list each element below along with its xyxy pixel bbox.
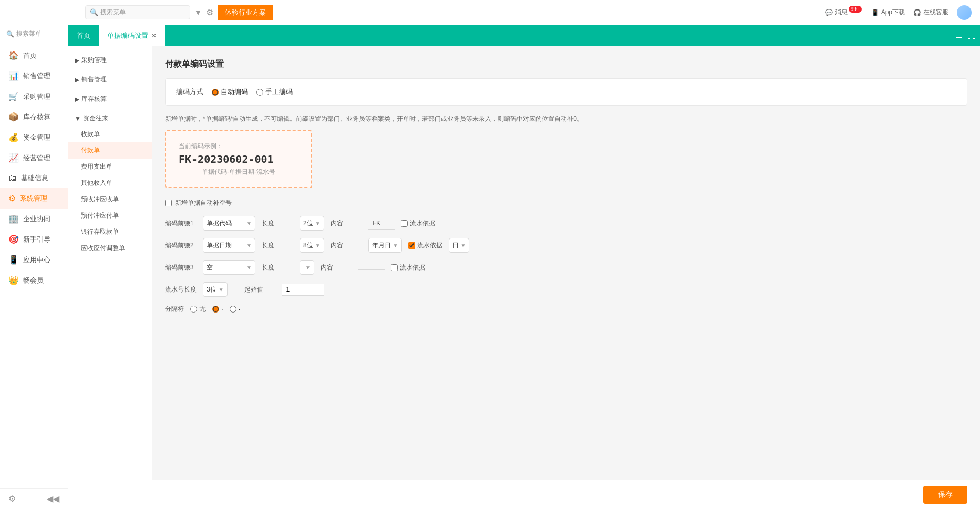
start-value-input[interactable] — [282, 284, 324, 296]
message-icon: 💬 — [825, 9, 833, 16]
separator-dot-radio[interactable]: · — [212, 305, 223, 313]
sidebar-item-label: 销售管理 — [23, 71, 50, 81]
sub-group-sales-title[interactable]: ▶ 销售管理 — [68, 72, 152, 87]
sub-group-inventory-title[interactable]: ▶ 库存核算 — [68, 91, 152, 107]
search-placeholder: 搜索菜单 — [100, 8, 126, 17]
sidebar-item-member[interactable]: 👑 畅会员 — [0, 270, 68, 290]
preview-hint-label: 当前编码示例： — [179, 142, 298, 151]
save-button[interactable]: 保存 — [923, 486, 967, 504]
search-area[interactable]: 🔍 搜索菜单 — [85, 5, 190, 19]
prefix1-length-label: 长度 — [262, 219, 293, 228]
topbar-center: 🔍 搜索菜单 ▼ ⚙ 体验行业方案 — [77, 5, 825, 20]
separator-none-radio[interactable]: 无 — [190, 304, 206, 314]
sidebar-item-inventory[interactable]: 📦 库存核算 — [0, 107, 68, 127]
prefix2-period-select[interactable]: 日 ▼ — [449, 238, 470, 253]
sub-item-expense[interactable]: 费用支出单 — [68, 159, 152, 175]
sub-item-bank-deposit[interactable]: 银行存取款单 — [68, 224, 152, 240]
inventory-icon: 📦 — [8, 112, 19, 122]
prefix3-serial-label: 流水依据 — [400, 263, 425, 272]
prefix3-length-select[interactable]: ▼ — [300, 260, 314, 275]
online-service-label: 在线客服 — [923, 8, 948, 17]
encoding-method-label: 编码方式 — [176, 87, 203, 97]
sidebar-bottom: ⚙ ◀◀ — [0, 488, 68, 509]
prefix2-serial-checkbox[interactable] — [408, 242, 415, 249]
prefix1-length-select[interactable]: 2位 ▼ — [300, 216, 324, 231]
content-area: 付款单编码设置 编码方式 自动编码 手工编码 新增单据时，*单据编码*自动生成，… — [152, 46, 980, 509]
auto-code-radio[interactable]: 自动编码 — [212, 87, 248, 97]
separator-dash-radio[interactable]: · — [230, 305, 241, 313]
online-service-item[interactable]: 🎧 在线客服 — [913, 8, 948, 17]
auto-code-input[interactable] — [212, 89, 219, 96]
prefix3-select[interactable]: 空 ▼ — [203, 260, 255, 275]
prefix2-content-select[interactable]: 年月日 ▼ — [368, 238, 402, 253]
app-download-item[interactable]: 📱 App下载 — [871, 8, 905, 17]
search-label: 搜索菜单 — [16, 29, 42, 38]
sidebar-search[interactable]: 🔍 搜索菜单 — [0, 25, 68, 43]
sidebar-item-enterprise[interactable]: 🏢 企业协同 — [0, 209, 68, 229]
prefix2-length-select[interactable]: 8位 ▼ — [300, 238, 324, 253]
settings-bottom-icon[interactable]: ⚙ — [8, 494, 16, 504]
serial-length-select[interactable]: 3位 ▼ — [203, 282, 228, 297]
prefix3-value: 空 — [207, 263, 213, 272]
chevron-down-icon: ▼ — [246, 221, 252, 226]
user-avatar[interactable] — [957, 5, 972, 20]
sidebar-item-label: 企业协同 — [23, 214, 50, 224]
minimize-icon[interactable]: 🗕 — [955, 31, 963, 40]
sub-sidebar: ▶ 采购管理 ▶ 销售管理 ▶ 库存核算 ▼ 资金往来 收款单 付款单 费用支出… — [68, 46, 152, 509]
sub-item-payment[interactable]: 付款单 — [68, 142, 152, 159]
sidebar-item-home[interactable]: 🏠 首页 — [0, 45, 68, 66]
sidebar-item-sales[interactable]: 📊 销售管理 — [0, 66, 68, 86]
settings-icon[interactable]: ⚙ — [206, 7, 213, 17]
prefix3-serial-checkbox[interactable] — [391, 264, 398, 271]
experience-button[interactable]: 体验行业方案 — [218, 5, 273, 20]
dropdown-icon[interactable]: ▼ — [194, 8, 202, 17]
new-bill-checkbox[interactable] — [165, 200, 172, 206]
sub-item-adjust[interactable]: 应收应付调整单 — [68, 240, 152, 256]
separator-none-input[interactable] — [190, 306, 197, 313]
sub-group-purchase-title[interactable]: ▶ 采购管理 — [68, 53, 152, 68]
separator-dash-input[interactable] — [230, 306, 236, 313]
page-title: 付款单编码设置 — [165, 59, 967, 70]
topbar-right: 💬 消息 99+ 📱 App下载 🎧 在线客服 — [825, 5, 972, 20]
prefix3-length-label: 长度 — [262, 263, 293, 272]
sub-group-sales: ▶ 销售管理 — [68, 70, 152, 89]
sidebar-item-finance[interactable]: 💰 资金管理 — [0, 127, 68, 148]
sidebar-item-label: 库存核算 — [23, 112, 50, 122]
maximize-icon[interactable]: ⛶ — [967, 31, 976, 40]
message-item[interactable]: 💬 消息 99+ — [825, 8, 863, 17]
prefix1-serial-checkbox[interactable] — [401, 220, 408, 227]
prefix1-content-label: 内容 — [331, 219, 362, 228]
prefix2-serial-follow: 流水依据 — [408, 241, 442, 250]
sidebar-item-guide[interactable]: 🎯 新手引导 — [0, 229, 68, 250]
serial-row: 流水号长度 3位 ▼ 起始值 — [165, 282, 967, 297]
chevron-right-icon: ▶ — [75, 76, 79, 84]
prefix2-select[interactable]: 单据日期 ▼ — [203, 238, 255, 253]
sub-item-prepay-pay[interactable]: 预付冲应付单 — [68, 207, 152, 224]
tab-encoding[interactable]: 单据编码设置 ✕ — [99, 25, 165, 46]
prefix1-select[interactable]: 单据代码 ▼ — [203, 216, 255, 231]
sidebar: 🔍 搜索菜单 🏠 首页 📊 销售管理 🛒 采购管理 📦 库存核算 💰 资金管理 … — [0, 0, 68, 509]
preview-sublabel: 单据代码-单据日期-流水号 — [179, 168, 298, 176]
search-icon: 🔍 — [6, 30, 14, 38]
collapse-icon[interactable]: ◀◀ — [47, 494, 59, 504]
sub-group-label: 库存核算 — [81, 95, 107, 103]
sidebar-item-label: 应用中心 — [23, 255, 50, 265]
sub-item-receipt[interactable]: 收款单 — [68, 126, 152, 142]
sidebar-item-purchase[interactable]: 🛒 采购管理 — [0, 86, 68, 107]
prefix3-row: 编码前缀3 空 ▼ 长度 ▼ 内容 流水依据 — [165, 260, 967, 275]
sidebar-item-system[interactable]: ⚙ 系统管理 — [0, 188, 68, 209]
sidebar-item-operation[interactable]: 📈 经营管理 — [0, 148, 68, 168]
sidebar-item-base[interactable]: 🗂 基础信息 — [0, 168, 68, 188]
manual-code-radio[interactable]: 手工编码 — [256, 87, 293, 97]
chevron-down-icon: ▼ — [75, 115, 81, 122]
manual-code-input[interactable] — [256, 89, 263, 96]
sub-item-other-income[interactable]: 其他收入单 — [68, 175, 152, 191]
close-icon[interactable]: ✕ — [151, 32, 157, 39]
sub-item-prepay-recv[interactable]: 预收冲应收单 — [68, 191, 152, 207]
separator-label: 分隔符 — [165, 305, 184, 314]
separator-dot-input[interactable] — [212, 306, 219, 313]
tabbar-controls: 🗕 ⛶ — [955, 31, 980, 40]
sub-group-capital-title[interactable]: ▼ 资金往来 — [68, 111, 152, 126]
tab-home[interactable]: 首页 — [68, 25, 99, 46]
sidebar-item-app-center[interactable]: 📱 应用中心 — [0, 250, 68, 270]
